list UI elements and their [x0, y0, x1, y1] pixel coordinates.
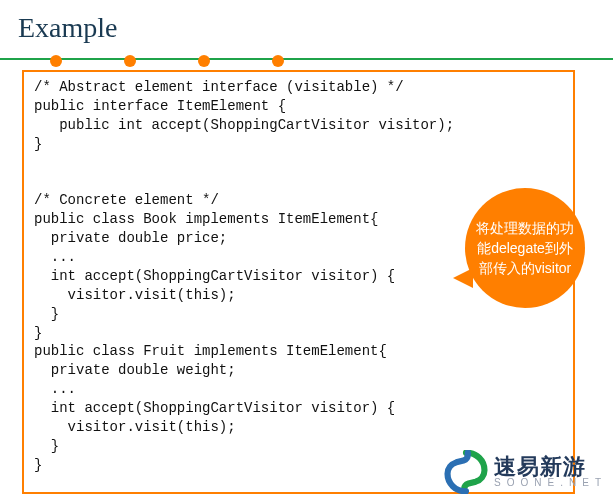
annotation-bubble: 将处理数据的功能delegate到外部传入的visitor [465, 188, 585, 308]
dot-icon [50, 55, 62, 67]
watermark-text: 速易新游 SOONE.NET [494, 455, 607, 489]
decorative-dots [50, 51, 342, 69]
logo-icon [444, 450, 488, 494]
watermark: 速易新游 SOONE.NET [444, 450, 607, 494]
dot-icon [198, 55, 210, 67]
watermark-cn: 速易新游 [494, 455, 607, 478]
dot-icon [124, 55, 136, 67]
watermark-en: SOONE.NET [494, 478, 607, 489]
slide-title: Example [0, 0, 613, 52]
annotation-text: 将处理数据的功能delegate到外部传入的visitor [473, 218, 577, 279]
dot-icon [272, 55, 284, 67]
